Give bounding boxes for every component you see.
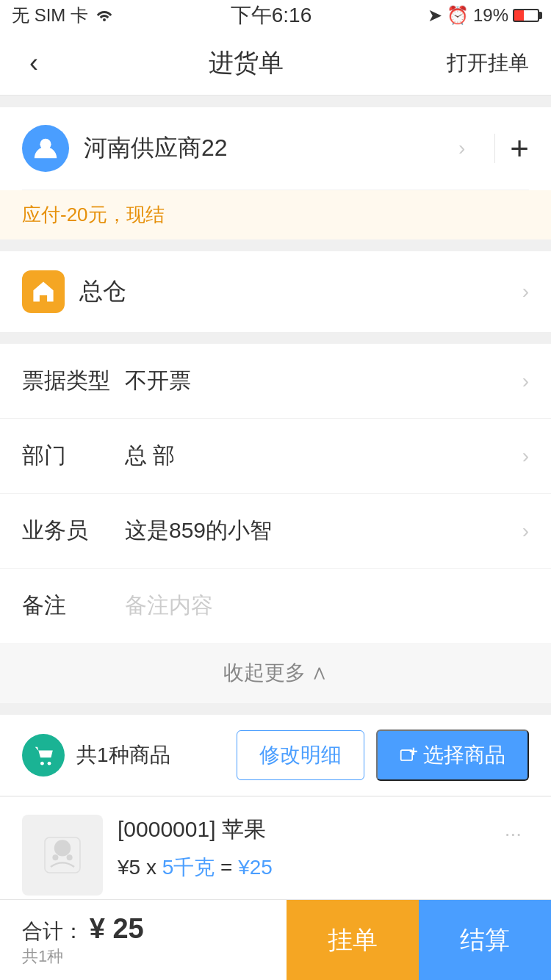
svg-point-1	[40, 762, 44, 765]
supplier-name: 河南供应商22	[84, 132, 458, 165]
battery-percent: 19%	[473, 5, 508, 26]
remark-label: 备注	[22, 591, 125, 621]
dept-value: 总 部	[125, 441, 522, 471]
products-header: 共1种商品 修改明细 选择商品	[0, 715, 551, 796]
warehouse-name: 总仓	[79, 275, 522, 308]
open-hang-button[interactable]: 打开挂单	[447, 49, 529, 77]
total-label: 合计：	[22, 920, 84, 943]
vertical-divider	[494, 134, 495, 163]
alarm-icon: ⏰	[447, 5, 469, 26]
dept-row[interactable]: 部门 总 部 ›	[0, 419, 551, 494]
supplier-chevron-icon: ›	[458, 137, 465, 160]
notice-bar: 应付-20元，现结	[0, 190, 551, 239]
ticket-type-value: 不开票	[125, 366, 522, 396]
svg-point-6	[54, 840, 71, 856]
checkout-button[interactable]: 结算	[419, 900, 551, 980]
add-supplier-button[interactable]: +	[510, 132, 529, 165]
product-item: [0000001] 苹果 ¥5 x 5千克 = ¥25 ···	[0, 797, 551, 913]
location-icon: ➤	[428, 5, 442, 26]
product-title: 苹果	[222, 817, 266, 841]
remark-row[interactable]: 备注 备注内容	[0, 569, 551, 643]
sales-value: 这是859的小智	[125, 516, 522, 546]
page-title: 进货单	[209, 46, 284, 80]
supplier-avatar	[22, 125, 69, 172]
section-gap-2	[0, 239, 551, 251]
section-gap-1	[0, 96, 551, 107]
bottom-bar: 合计： ¥ 25 共1种 挂单 结算	[0, 899, 551, 980]
ticket-type-chevron-icon: ›	[522, 370, 529, 393]
sales-label: 业务员	[22, 516, 125, 546]
total-count: 共1种	[22, 945, 264, 968]
product-info: [0000001] 苹果 ¥5 x 5千克 = ¥25	[118, 815, 483, 882]
ticket-type-row[interactable]: 票据类型 不开票 ›	[0, 344, 551, 419]
product-qty: 5千克	[162, 856, 215, 879]
dept-label: 部门	[22, 441, 125, 471]
sales-row[interactable]: 业务员 这是859的小智 ›	[0, 494, 551, 569]
section-gap-4	[0, 703, 551, 715]
warehouse-chevron-icon: ›	[522, 280, 529, 303]
person-icon	[32, 134, 60, 162]
remark-placeholder: 备注内容	[125, 591, 529, 621]
wifi-icon	[94, 5, 115, 26]
back-button[interactable]: ‹	[22, 40, 46, 86]
cart-icon	[32, 743, 55, 767]
warehouse-row[interactable]: 总仓 ›	[0, 251, 551, 332]
home-icon	[31, 279, 56, 304]
supplier-section: 河南供应商22 › +	[0, 107, 551, 190]
product-placeholder-icon	[39, 832, 86, 879]
supplier-row[interactable]: 河南供应商22 › +	[22, 107, 529, 190]
product-unit-price: ¥5	[118, 856, 140, 879]
form-section: 票据类型 不开票 › 部门 总 部 › 业务员 这是859的小智 › 备注 备注…	[0, 344, 551, 643]
svg-point-2	[48, 762, 51, 765]
nav-bar: ‹ 进货单 打开挂单	[0, 31, 551, 96]
sales-chevron-icon: ›	[522, 519, 529, 543]
hang-button[interactable]: 挂单	[287, 900, 419, 980]
svg-point-8	[67, 854, 73, 860]
status-left: 无 SIM 卡	[12, 4, 115, 27]
product-price-row: ¥5 x 5千克 = ¥25	[118, 854, 483, 882]
product-more-button[interactable]: ···	[497, 815, 529, 853]
products-count-label: 共1种商品	[76, 741, 225, 769]
status-time: 下午6:16	[231, 1, 312, 29]
collapse-button[interactable]: 收起更多 ∧	[0, 643, 551, 703]
warehouse-icon-wrap	[22, 270, 65, 313]
status-right: ➤ ⏰ 19%	[428, 5, 539, 26]
total-amount: ¥ 25	[90, 913, 144, 944]
dept-chevron-icon: ›	[522, 444, 529, 468]
product-name: [0000001] 苹果	[118, 815, 483, 845]
total-line1: 合计： ¥ 25	[22, 913, 264, 945]
product-multiply: x	[146, 856, 162, 879]
modify-detail-button[interactable]: 修改明细	[237, 730, 364, 780]
section-gap-3	[0, 332, 551, 344]
product-equals: =	[220, 856, 238, 879]
carrier-label: 无 SIM 卡	[12, 4, 88, 27]
product-code: [0000001]	[118, 817, 215, 841]
product-total: ¥25	[238, 856, 273, 879]
product-thumbnail	[22, 815, 103, 896]
battery-icon	[513, 9, 539, 22]
select-product-button[interactable]: 选择商品	[376, 729, 529, 781]
status-bar: 无 SIM 卡 下午6:16 ➤ ⏰ 19%	[0, 0, 551, 31]
ticket-type-label: 票据类型	[22, 366, 125, 396]
svg-point-7	[52, 854, 58, 860]
products-icon-wrap	[22, 734, 65, 777]
total-section: 合计： ¥ 25 共1种	[0, 900, 287, 980]
select-product-label: 选择商品	[423, 741, 505, 769]
select-product-icon	[400, 746, 417, 764]
